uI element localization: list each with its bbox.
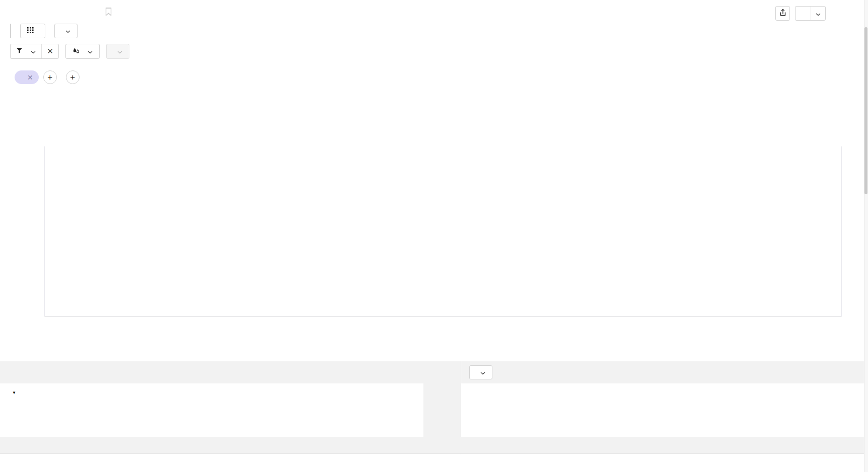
funnel-icon: [16, 45, 23, 58]
segment-button[interactable]: [11, 44, 41, 58]
chevron-down-icon: [88, 48, 93, 55]
chip-remove-icon[interactable]: ✕: [27, 73, 33, 82]
period-button-group: [10, 24, 11, 38]
metrica-traffic-page: ✕ ✕ + + ▼: [0, 0, 868, 472]
chevron-down-icon: [117, 48, 122, 55]
dimension-column-header[interactable]: ▼: [9, 388, 16, 396]
save-button-group: [795, 6, 826, 21]
add-people-condition-button[interactable]: +: [66, 70, 80, 84]
choose-goal-button[interactable]: [469, 365, 492, 379]
accuracy-button[interactable]: [106, 44, 129, 59]
segment-clear-button[interactable]: ✕: [41, 44, 58, 58]
period-toolbar: [10, 24, 78, 38]
save-button[interactable]: [795, 7, 811, 20]
chevron-down-icon: [65, 27, 70, 35]
segment-button-group: ✕: [10, 44, 59, 59]
bookmark-icon[interactable]: [105, 8, 112, 18]
sort-desc-icon: ▼: [12, 390, 16, 395]
detail-button[interactable]: [54, 24, 78, 38]
table-row[interactable]: [0, 454, 868, 472]
drops-icon: [73, 47, 80, 56]
save-dropdown-button[interactable]: [811, 7, 825, 20]
filter-row: ✕ + +: [10, 70, 80, 84]
goal-band: [0, 361, 868, 383]
calendar-button[interactable]: [20, 24, 45, 38]
segment-toolbar: ✕: [10, 44, 129, 59]
chevron-down-icon: [31, 45, 36, 58]
chevron-down-icon: [480, 369, 485, 376]
metrics-left-gutter: [423, 383, 461, 437]
export-button[interactable]: [775, 6, 790, 21]
chevron-down-icon: [816, 9, 821, 18]
totals-row: [0, 437, 868, 454]
url-filter-chip[interactable]: ✕: [15, 70, 39, 84]
scrollbar-thumb[interactable]: [864, 27, 867, 194]
export-icon: [779, 9, 787, 19]
compare-segments-button[interactable]: [65, 44, 100, 59]
add-visit-condition-button[interactable]: +: [43, 70, 57, 84]
calendar-grid-icon: [27, 27, 34, 35]
bar-chart-plot: [44, 146, 842, 317]
